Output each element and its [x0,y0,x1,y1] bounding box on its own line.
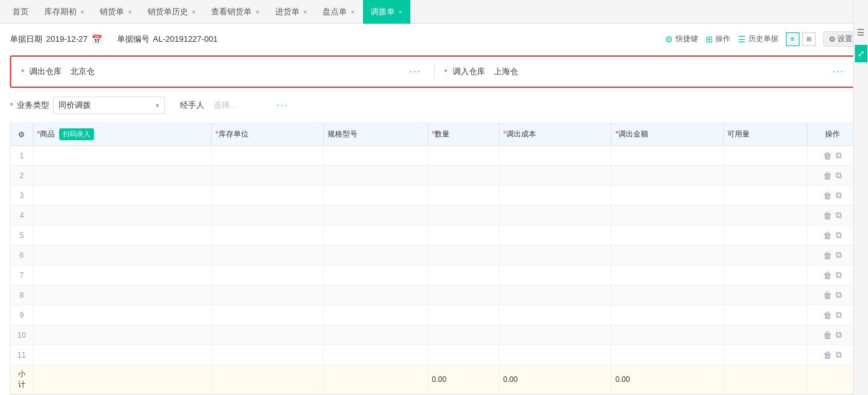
cell-unit-3[interactable] [211,186,323,206]
cell-cost-4[interactable] [499,206,611,226]
cell-available-5[interactable] [724,226,808,245]
cell-spec-8[interactable] [324,285,428,305]
cell-available-2[interactable] [724,166,808,186]
cell-cost-5[interactable] [499,226,611,245]
cell-spec-10[interactable] [324,325,428,345]
cell-product-7[interactable] [33,265,211,285]
cell-unit-9[interactable] [211,305,323,325]
warehouse-out-more-button[interactable]: ··· [407,66,423,77]
cell-qty-8[interactable] [428,285,499,305]
cell-amount-11[interactable] [611,345,724,365]
tab-close-purchase-order[interactable]: × [303,8,307,16]
sidebar-list-icon[interactable]: ☰ [854,25,867,40]
cell-amount-6[interactable] [611,245,724,265]
cell-product-9[interactable] [33,305,211,325]
tab-home[interactable]: 首页 [5,0,37,24]
cell-available-6[interactable] [724,245,808,265]
layout-grid-icon[interactable]: ⊞ [802,32,816,46]
delete-icon-9[interactable]: 🗑 [823,310,832,320]
delete-icon-7[interactable]: 🗑 [823,270,832,280]
cell-unit-1[interactable] [211,146,323,166]
cell-unit-8[interactable] [211,285,323,305]
cell-unit-2[interactable] [211,166,323,186]
cell-amount-9[interactable] [611,305,724,325]
cell-available-4[interactable] [724,206,808,226]
cell-amount-8[interactable] [611,285,724,305]
cell-product-8[interactable] [33,285,211,305]
cell-unit-7[interactable] [211,265,323,285]
col-gear[interactable]: ⚙ [11,123,33,146]
cell-amount-10[interactable] [611,325,724,345]
delete-icon-5[interactable]: 🗑 [823,231,832,240]
person-select[interactable]: 选择... [208,97,270,114]
calendar-icon[interactable]: 📅 [92,34,102,44]
delete-icon-11[interactable]: 🗑 [823,350,832,360]
delete-icon-1[interactable]: 🗑 [823,151,832,161]
cell-cost-8[interactable] [499,285,611,305]
cell-spec-4[interactable] [324,206,428,226]
cell-qty-5[interactable] [428,226,499,245]
tab-close-transfer[interactable]: × [399,8,402,16]
tab-close-inventory-init[interactable]: × [80,8,84,16]
cell-spec-9[interactable] [324,305,428,325]
tab-close-sales-order[interactable]: × [128,8,131,16]
cell-qty-7[interactable] [428,265,499,285]
cell-qty-11[interactable] [428,345,499,365]
cell-amount-5[interactable] [611,226,724,245]
tab-transfer[interactable]: 调拨单 × [363,0,410,24]
tab-inventory-init[interactable]: 库存期初 × [37,0,92,24]
cell-available-8[interactable] [724,285,808,305]
cell-amount-3[interactable] [611,186,724,206]
person-more-button[interactable]: ··· [274,100,291,111]
tab-close-stocktake[interactable]: × [351,8,354,16]
cell-product-1[interactable] [33,146,211,166]
business-type-select[interactable]: 同价调拨 ▾ [53,97,165,114]
cell-cost-11[interactable] [499,345,611,365]
cell-amount-7[interactable] [611,265,724,285]
cell-amount-2[interactable] [611,166,724,186]
copy-icon-11[interactable]: ⧉ [836,350,842,360]
delete-icon-10[interactable]: 🗑 [823,330,832,340]
cell-unit-4[interactable] [211,206,323,226]
cell-qty-10[interactable] [428,325,499,345]
delete-icon-3[interactable]: 🗑 [823,191,832,201]
delete-icon-2[interactable]: 🗑 [823,171,832,181]
cell-cost-2[interactable] [499,166,611,186]
cell-cost-6[interactable] [499,245,611,265]
copy-icon-2[interactable]: ⧉ [836,170,842,181]
cell-cost-10[interactable] [499,325,611,345]
copy-icon-9[interactable]: ⧉ [836,310,842,320]
cell-qty-2[interactable] [428,166,499,186]
delete-icon-8[interactable]: 🗑 [823,290,832,300]
tab-close-view-sales[interactable]: × [255,8,259,16]
cell-cost-9[interactable] [499,305,611,325]
cell-qty-3[interactable] [428,186,499,206]
copy-icon-5[interactable]: ⧉ [836,230,842,240]
copy-icon-8[interactable]: ⧉ [836,290,842,300]
cell-available-9[interactable] [724,305,808,325]
cell-amount-1[interactable] [611,146,724,166]
cell-cost-7[interactable] [499,265,611,285]
cell-spec-6[interactable] [324,245,428,265]
cell-qty-4[interactable] [428,206,499,226]
delete-icon-4[interactable]: 🗑 [823,211,832,221]
cell-product-3[interactable] [33,186,211,206]
cell-spec-3[interactable] [324,186,428,206]
cell-product-2[interactable] [33,166,211,186]
tab-purchase-order[interactable]: 进货单 × [268,0,315,24]
cell-cost-1[interactable] [499,146,611,166]
cell-spec-11[interactable] [324,345,428,365]
tab-sales-history[interactable]: 销货单历史 × [140,0,204,24]
operation-button[interactable]: ⊞ 操作 [705,34,730,44]
delete-icon-6[interactable]: 🗑 [823,250,832,260]
tab-close-sales-history[interactable]: × [192,8,196,16]
cell-qty-9[interactable] [428,305,499,325]
cell-spec-1[interactable] [324,146,428,166]
cell-available-3[interactable] [724,186,808,206]
cell-cost-3[interactable] [499,186,611,206]
cell-qty-6[interactable] [428,245,499,265]
shortcut-button[interactable]: ⚙ 快捷键 [665,34,698,44]
copy-icon-4[interactable]: ⧉ [836,210,842,221]
cell-spec-2[interactable] [324,166,428,186]
history-button[interactable]: ☰ 历史单据 [738,34,778,44]
